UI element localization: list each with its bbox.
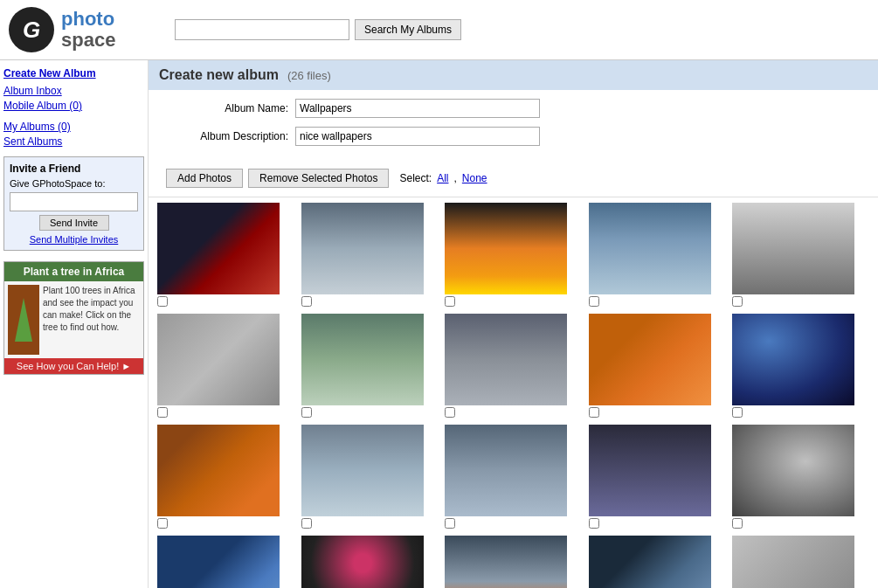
logo-letter: G: [23, 17, 40, 44]
invite-box: Invite a Friend Give GPhotoSpace to: Sen…: [3, 156, 144, 251]
photo-thumb-16: [157, 536, 280, 588]
ad-bottom-button[interactable]: See How you Can Help! ►: [4, 358, 143, 374]
photo-checkbox-13[interactable]: [445, 518, 455, 529]
album-name-row: Album Name:: [166, 99, 861, 118]
photo-cell-1: [156, 201, 296, 308]
photo-cell-6: [156, 312, 296, 419]
photo-thumb-10: [732, 314, 854, 405]
photo-thumb-12: [301, 425, 424, 516]
photo-checkbox-11[interactable]: [157, 518, 168, 529]
sidebar-sent-albums[interactable]: Sent Albums: [3, 135, 144, 148]
photo-thumb-11: [157, 425, 280, 516]
photo-cell-9: [587, 312, 728, 419]
logo-photo: photo: [61, 9, 115, 30]
ad-image: [8, 285, 39, 355]
logo-space: space: [61, 30, 115, 51]
send-invite-button[interactable]: Send Invite: [39, 215, 109, 231]
photo-thumb-6: [157, 314, 280, 405]
album-header: Create new album (26 files): [149, 60, 878, 90]
ad-arrow-icon: ►: [121, 361, 131, 371]
logo-icon: G: [9, 7, 54, 52]
photo-checkbox-7[interactable]: [301, 407, 312, 418]
header: G photo space Search My Albums: [0, 0, 878, 60]
photo-checkbox-10[interactable]: [732, 407, 743, 418]
photo-thumb-5: [732, 203, 854, 294]
photo-thumb-7: [301, 314, 424, 405]
search-input[interactable]: [175, 19, 349, 40]
select-none-link[interactable]: None: [462, 172, 487, 184]
ad-tree-icon: [15, 298, 32, 342]
photo-thumb-8: [445, 314, 567, 405]
photo-checkbox-8[interactable]: [445, 407, 455, 418]
photo-thumb-2: [301, 203, 424, 294]
photo-cell-10: [730, 312, 871, 419]
photo-checkbox-1[interactable]: [157, 296, 168, 307]
photo-cell-5: [730, 201, 871, 308]
select-separator: ,: [454, 172, 457, 184]
ad-content: Plant 100 trees in Africa and see the im…: [4, 281, 143, 358]
sidebar: Create New Album Album Inbox Mobile Albu…: [0, 60, 149, 588]
sidebar-my-albums[interactable]: My Albums (0): [3, 121, 144, 133]
photo-cell-12: [300, 423, 440, 530]
photo-thumb-4: [589, 203, 711, 294]
photo-cell-8: [443, 312, 584, 419]
photo-cell-4: [587, 201, 728, 308]
album-form: Album Name: Album Description:: [149, 90, 878, 163]
photo-checkbox-12[interactable]: [301, 518, 312, 529]
photo-thumb-9: [589, 314, 711, 405]
photo-grid-container[interactable]: [149, 197, 878, 588]
photo-cell-14: [587, 423, 728, 530]
search-button[interactable]: Search My Albums: [355, 19, 461, 40]
ad-top-label: Plant a tree in Africa: [4, 262, 143, 281]
photo-cell-17: [300, 534, 440, 588]
photo-checkbox-5[interactable]: [732, 296, 743, 307]
photo-thumb-19: [589, 536, 711, 588]
photo-thumb-13: [445, 425, 567, 516]
album-header-title: Create new album: [159, 67, 279, 83]
photo-thumb-14: [589, 425, 711, 516]
ad-banner: Plant a tree in Africa Plant 100 trees i…: [3, 261, 144, 375]
photo-checkbox-14[interactable]: [589, 518, 599, 529]
photo-thumb-17: [301, 536, 424, 588]
sidebar-album-inbox[interactable]: Album Inbox: [3, 85, 144, 97]
photo-thumb-1: [157, 203, 280, 294]
album-description-label: Album Description:: [166, 130, 288, 142]
photo-thumb-20: [732, 536, 854, 588]
photo-checkbox-3[interactable]: [445, 296, 455, 307]
remove-photos-button[interactable]: Remove Selected Photos: [248, 169, 389, 188]
select-label: Select:: [399, 172, 432, 184]
invite-label: Give GPhotoSpace to:: [10, 178, 138, 189]
photo-cell-15: [730, 423, 871, 530]
photo-cell-16: [156, 534, 296, 588]
photo-checkbox-4[interactable]: [589, 296, 599, 307]
album-description-row: Album Description:: [166, 127, 861, 146]
photo-checkbox-6[interactable]: [157, 407, 168, 418]
photo-checkbox-9[interactable]: [589, 407, 599, 418]
logo-text: photo space: [61, 9, 115, 51]
sidebar-mobile-album[interactable]: Mobile Album (0): [3, 100, 144, 112]
photo-cell-7: [300, 312, 440, 419]
ad-bottom-label: See How you Can Help!: [17, 361, 119, 371]
photo-cell-13: [443, 423, 584, 530]
content-area: Create new album (26 files) Album Name: …: [149, 60, 878, 588]
create-new-album-link[interactable]: Create New Album: [3, 67, 144, 80]
photo-checkbox-2[interactable]: [301, 296, 312, 307]
album-name-label: Album Name:: [166, 102, 288, 114]
photo-checkbox-15[interactable]: [732, 518, 743, 529]
invite-email-input[interactable]: [10, 192, 138, 211]
send-multiple-link[interactable]: Send Multiple Invites: [10, 234, 138, 245]
album-description-input[interactable]: [295, 127, 540, 146]
photo-thumb-18: [445, 536, 567, 588]
photo-cell-3: [443, 201, 584, 308]
photo-thumb-15: [732, 425, 854, 516]
file-count-badge: (26 files): [287, 69, 331, 82]
photo-cell-11: [156, 423, 296, 530]
select-all-link[interactable]: All: [437, 172, 448, 184]
add-photos-button[interactable]: Add Photos: [166, 169, 243, 188]
main-layout: Create New Album Album Inbox Mobile Albu…: [0, 60, 878, 588]
album-name-input[interactable]: [295, 99, 540, 118]
photo-cell-18: [443, 534, 584, 588]
sidebar-section-albums: My Albums (0) Sent Albums: [3, 121, 144, 148]
ad-text: Plant 100 trees in Africa and see the im…: [43, 285, 140, 355]
photo-cell-19: [587, 534, 728, 588]
